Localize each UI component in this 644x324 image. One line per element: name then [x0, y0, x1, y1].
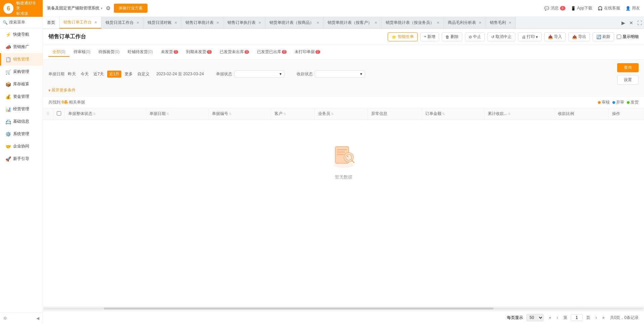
- sidebar-item-operations[interactable]: 📊 经营管理: [0, 103, 43, 115]
- th-date[interactable]: 单据日期: [146, 108, 208, 120]
- th-received[interactable]: 累计收款...: [484, 108, 554, 120]
- import-button[interactable]: 📥 导入: [544, 32, 566, 41]
- query-button[interactable]: 查询: [617, 63, 639, 72]
- filter-payment-select[interactable]: ▾: [315, 70, 365, 78]
- tab-sales-summary-customer[interactable]: 销货单统计表（按客户） ✕: [324, 17, 382, 29]
- sidebar-item-marketing[interactable]: 📣 营销推广: [0, 41, 43, 53]
- smart-gen-button[interactable]: ⭐ 智能生单: [388, 32, 418, 41]
- page-header: 销售订单工作台 ⭐ 智能生单 + 新增 🗑 删除 ⊘ 中止 ↺ 取消中止: [43, 29, 644, 45]
- export-button[interactable]: 📤 导出: [568, 32, 590, 41]
- show-detail-checkbox[interactable]: [617, 35, 621, 39]
- page-size-select[interactable]: 50 10 20 100: [526, 314, 544, 321]
- cancel-stop-button[interactable]: ↺ 取消中止: [487, 32, 515, 41]
- filter-tab-overdue-not-shipped[interactable]: 到期未发货0: [182, 48, 216, 57]
- horizontal-scrollbar[interactable]: [43, 306, 644, 311]
- filter-tab-wangpu-pending[interactable]: 旺铺待发货(0): [124, 48, 157, 57]
- page-number-input[interactable]: [571, 314, 583, 321]
- sidebar-item-guide[interactable]: 🚀 新手引导: [0, 153, 43, 165]
- sidebar-item-purchase[interactable]: 🛒 采购管理: [0, 66, 43, 78]
- abandon-review-button[interactable]: 弃审: [612, 99, 624, 105]
- sidebar-item-quick-nav[interactable]: ⚡ 快捷导航: [0, 28, 43, 41]
- set-button[interactable]: 设置: [617, 75, 639, 85]
- tab-sales-summary-customer-close[interactable]: ✕: [375, 21, 377, 25]
- select-all-checkbox[interactable]: [57, 111, 61, 116]
- industry-solution-button[interactable]: 体验行业方案: [114, 4, 147, 13]
- prev-button[interactable]: ‹: [555, 315, 560, 321]
- th-customer[interactable]: 客户: [271, 108, 314, 120]
- filter-tab-pending-review[interactable]: 待审核(0): [70, 48, 95, 57]
- tab-sales-profit[interactable]: 销售毛利 ✕: [486, 17, 516, 29]
- th-number[interactable]: 单据编号: [208, 108, 271, 120]
- tab-sales-summary-product-close[interactable]: ✕: [316, 21, 319, 25]
- refresh-button[interactable]: 🔄 刷新: [593, 32, 614, 41]
- print-arrow[interactable]: ▾: [536, 35, 538, 39]
- scrollbar-thumb[interactable]: [104, 308, 493, 310]
- user-menu-button[interactable]: 👤 用友: [626, 5, 640, 11]
- filter-tab-shipped-not-out[interactable]: 已发货未出库0: [216, 48, 253, 57]
- message-button[interactable]: 💬 消息 6: [544, 5, 565, 11]
- prev-group-button[interactable]: «: [547, 315, 553, 321]
- tab-gross-profit[interactable]: 商品毛利分析表 ✕: [444, 17, 486, 29]
- tab-cash-reconcile-close[interactable]: ✕: [174, 21, 177, 25]
- app-download-button[interactable]: 📱 App下载: [571, 5, 592, 11]
- sidebar-item-finance[interactable]: 💰 资金管理: [0, 90, 43, 103]
- sidebar-item-enterprise[interactable]: 🤝 企业协同: [0, 140, 43, 153]
- date-opt-custom[interactable]: 自定义: [136, 71, 151, 78]
- filter-tab-pending-inspection[interactable]: 待拣验货(0): [94, 48, 124, 57]
- tab-scroll-right-icon[interactable]: ▶: [619, 20, 627, 26]
- filter-tab-all[interactable]: 全部(0): [48, 48, 70, 57]
- stop-button[interactable]: ⊘ 中止: [465, 32, 485, 41]
- date-opt-more[interactable]: 更多: [123, 71, 134, 78]
- ship-button[interactable]: 发货: [627, 99, 639, 105]
- tab-sales-stats[interactable]: 销售订单统计表 ✕: [181, 17, 223, 29]
- tab-sales-summary-product[interactable]: 销货单统计表（按商品） ✕: [265, 17, 324, 29]
- tab-cash-daily-close[interactable]: ✕: [136, 21, 139, 25]
- review-button[interactable]: 审核: [598, 99, 610, 105]
- topbar-settings-icon[interactable]: ⚙: [106, 5, 111, 11]
- sidebar-item-system[interactable]: ⚙️ 系统管理: [0, 128, 43, 140]
- svg-point-8: [347, 156, 348, 157]
- tab-gross-profit-close[interactable]: ✕: [479, 21, 481, 25]
- tab-maximize-icon[interactable]: ⛶: [635, 20, 644, 26]
- next-group-button[interactable]: »: [600, 315, 607, 321]
- date-opt-1month[interactable]: 近1月: [107, 71, 122, 78]
- th-staff[interactable]: 业务员: [314, 108, 368, 120]
- tab-sales-workbench[interactable]: 销售订单工作台 ✕: [59, 17, 101, 29]
- tab-sales-stats-close[interactable]: ✕: [216, 21, 219, 25]
- show-detail-checkbox-label[interactable]: 显示明细: [617, 34, 639, 40]
- date-opt-7days[interactable]: 近7天: [92, 71, 105, 78]
- sidebar-search[interactable]: 🔍 搜索菜单: [0, 17, 43, 28]
- tab-sales-summary-staff[interactable]: 销货单统计表（按业务员） ✕: [382, 17, 444, 29]
- tabbar: 首页 销售订单工作台 ✕ 钱货日清工作台 ✕ 钱货日清对账 ✕ 销售订单统计表 …: [43, 17, 644, 29]
- tab-cash-reconcile[interactable]: 钱货日清对账 ✕: [143, 17, 181, 29]
- next-button[interactable]: ›: [594, 315, 599, 321]
- sidebar-item-sales[interactable]: 📋 销售管理: [0, 53, 43, 66]
- date-opt-today[interactable]: 今天: [79, 71, 90, 78]
- settings-icon[interactable]: ⚙: [3, 316, 7, 321]
- date-opt-yesterday[interactable]: 昨天: [67, 71, 77, 78]
- filter-status-select[interactable]: ▾: [234, 70, 285, 78]
- tab-sales-exec-close[interactable]: ✕: [258, 21, 261, 25]
- th-amount[interactable]: 订单金额: [422, 108, 484, 120]
- expand-conditions-button[interactable]: ▾ 展开更多条件: [48, 87, 76, 93]
- tab-cash-daily[interactable]: 钱货日清工作台 ✕: [101, 17, 143, 29]
- tab-home[interactable]: 首页: [43, 17, 59, 29]
- online-service-button[interactable]: 🎧 在线客服: [598, 5, 620, 11]
- tab-sales-workbench-close[interactable]: ✕: [94, 21, 97, 24]
- tab-close-all-icon[interactable]: ✕: [627, 20, 635, 26]
- sidebar-item-inventory[interactable]: 📦 库存核算: [0, 78, 43, 90]
- filter-tab-not-printed[interactable]: 未打印单据0: [291, 48, 324, 57]
- delete-button[interactable]: 🗑 删除: [442, 32, 462, 41]
- tab-sales-exec[interactable]: 销售订单执行表 ✕: [223, 17, 265, 29]
- filter-tab-not-shipped[interactable]: 未发货0: [157, 48, 182, 57]
- th-check[interactable]: [53, 108, 65, 120]
- filter-tab-shipped-out[interactable]: 已发货已出库0: [253, 48, 291, 57]
- tab-sales-summary-staff-close[interactable]: ✕: [437, 21, 439, 25]
- sidebar-item-basic[interactable]: 📇 基础信息: [0, 115, 43, 128]
- collapse-icon[interactable]: ◀: [36, 316, 39, 321]
- print-button[interactable]: 🖨 打印 ▾: [518, 32, 542, 41]
- tab-sales-profit-close[interactable]: ✕: [509, 21, 511, 25]
- system-title-arrow[interactable]: ▾: [101, 6, 102, 10]
- th-status[interactable]: 单据整体状态: [65, 108, 146, 120]
- add-button[interactable]: + 新增: [420, 32, 439, 41]
